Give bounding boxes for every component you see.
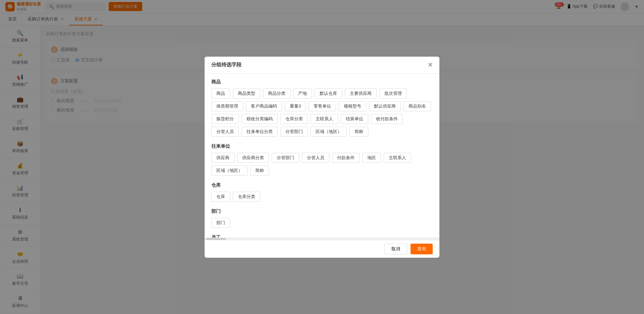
- tag-product-22[interactable]: 分管部门: [280, 127, 308, 137]
- tag-partner-2[interactable]: 分管部门: [272, 153, 299, 163]
- tag-product-23[interactable]: 区域（地区）: [311, 127, 347, 137]
- tag-product-9[interactable]: 重量3: [285, 101, 306, 111]
- confirm-button[interactable]: 查询: [411, 244, 433, 254]
- modal-overlay: 分组待选字段 ✕ 商品 商品 商品类型 商品分类 产地 默认仓库 主要供应商 批…: [0, 0, 644, 314]
- tag-product-15[interactable]: 税收分类编码: [241, 114, 278, 124]
- tag-product-18[interactable]: 结算单位: [341, 114, 368, 124]
- section-staff-title: 员工: [211, 235, 433, 238]
- tag-product-8[interactable]: 客户商品编码: [246, 101, 282, 111]
- cancel-button[interactable]: 取消: [384, 244, 407, 254]
- tag-partner-3[interactable]: 分管人员: [302, 153, 329, 163]
- modal-title: 分组待选字段: [211, 62, 241, 68]
- tag-product-4[interactable]: 默认仓库: [315, 88, 342, 99]
- tag-product-19[interactable]: 收付款条件: [371, 114, 403, 124]
- tag-product-5[interactable]: 主要供应商: [345, 88, 377, 99]
- section-dept-tags: 部门: [211, 218, 433, 228]
- modal-footer: 取消 查询: [205, 240, 439, 258]
- tag-product-1[interactable]: 商品类型: [233, 88, 260, 99]
- tag-product-13[interactable]: 商品别名: [404, 101, 431, 111]
- tag-product-6[interactable]: 批次管理: [379, 88, 407, 99]
- tag-product-0[interactable]: 商品: [211, 88, 230, 99]
- tag-warehouse-1[interactable]: 仓库分类: [233, 192, 260, 202]
- section-warehouse-tags: 仓库 仓库分类: [211, 192, 433, 202]
- tag-product-11[interactable]: 规格型号: [339, 101, 366, 111]
- section-product-tags: 商品 商品类型 商品分类 产地 默认仓库 主要供应商 批次管理 保质期管理 客户…: [211, 88, 433, 137]
- tag-product-14[interactable]: 炼货积分: [211, 114, 239, 124]
- tag-product-20[interactable]: 分管人员: [211, 127, 239, 137]
- section-product: 商品 商品 商品类型 商品分类 产地 默认仓库 主要供应商 批次管理 保质期管理…: [211, 79, 433, 137]
- tag-dept-0[interactable]: 部门: [211, 218, 230, 228]
- tag-product-3[interactable]: 产地: [293, 88, 312, 99]
- tag-product-24[interactable]: 简称: [350, 127, 368, 137]
- tag-partner-7[interactable]: 区域（地区）: [211, 166, 248, 176]
- section-warehouse-title: 仓库: [211, 182, 433, 188]
- tag-partner-8[interactable]: 简称: [250, 166, 269, 176]
- section-dept-title: 部门: [211, 208, 433, 214]
- section-staff: 员工 业务员: [211, 235, 433, 238]
- modal-body: 商品 商品 商品类型 商品分类 产地 默认仓库 主要供应商 批次管理 保质期管理…: [205, 74, 439, 238]
- tag-product-17[interactable]: 主联系人: [311, 114, 338, 124]
- tag-product-10[interactable]: 零售单位: [309, 101, 336, 111]
- tag-product-12[interactable]: 默认供应商: [369, 101, 401, 111]
- tag-partner-5[interactable]: 地区: [362, 153, 381, 163]
- section-dept: 部门 部门: [211, 208, 433, 228]
- modal-header: 分组待选字段 ✕: [205, 57, 439, 74]
- tag-partner-1[interactable]: 供应商分类: [237, 153, 269, 163]
- section-warehouse: 仓库 仓库 仓库分类: [211, 182, 433, 202]
- tag-product-7[interactable]: 保质期管理: [211, 101, 243, 111]
- section-product-title: 商品: [211, 79, 433, 85]
- tag-warehouse-0[interactable]: 仓库: [211, 192, 230, 202]
- section-partner-title: 往来单位: [211, 143, 433, 149]
- tag-product-16[interactable]: 仓库分类: [280, 114, 308, 124]
- section-partner-tags: 供应商 供应商分类 分管部门 分管人员 付款条件 地区 主联系人 区域（地区） …: [211, 153, 433, 176]
- tag-product-2[interactable]: 商品分类: [263, 88, 290, 99]
- modal-scrollbar-x: [205, 238, 439, 240]
- tag-product-21[interactable]: 往来单位分类: [241, 127, 278, 137]
- section-partner: 往来单位 供应商 供应商分类 分管部门 分管人员 付款条件 地区 主联系人 区域…: [211, 143, 433, 176]
- tag-partner-0[interactable]: 供应商: [211, 153, 234, 163]
- field-select-modal: 分组待选字段 ✕ 商品 商品 商品类型 商品分类 产地 默认仓库 主要供应商 批…: [205, 57, 439, 258]
- modal-close-button[interactable]: ✕: [428, 61, 433, 69]
- tag-partner-6[interactable]: 主联系人: [384, 153, 411, 163]
- tag-partner-4[interactable]: 付款条件: [332, 153, 360, 163]
